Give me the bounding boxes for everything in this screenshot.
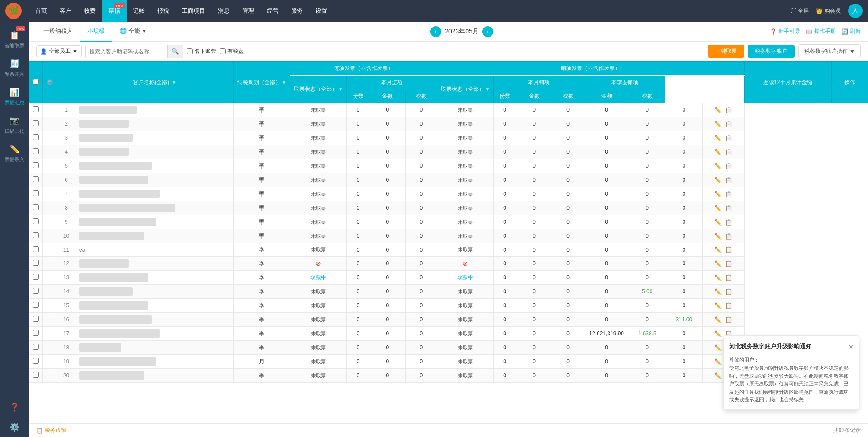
prev-month-btn[interactable]: ‹ — [430, 26, 441, 37]
sidebar-item-invoice-open[interactable]: 🧾 发票开具 — [0, 54, 29, 82]
one-click-ticket-btn[interactable]: 一键取票 — [708, 45, 744, 58]
sidebar-item-help[interactable]: ❓ — [0, 397, 29, 417]
member-btn[interactable]: 👑 购会员 — [816, 7, 841, 15]
copy-icon[interactable]: 📋 — [725, 233, 732, 240]
copy-icon[interactable]: 📋 — [725, 260, 732, 267]
copy-icon[interactable]: 📋 — [725, 288, 732, 295]
digital-account-ops-btn[interactable]: 税务数字账户操作 ▼ — [798, 44, 861, 58]
copy-icon[interactable]: 📋 — [725, 149, 732, 155]
edit-icon[interactable]: ✏️ — [714, 260, 722, 267]
manual-btn[interactable]: 📖 操作手册 — [806, 28, 836, 35]
td-checkbox[interactable] — [29, 131, 43, 145]
td-checkbox[interactable] — [29, 187, 43, 201]
edit-icon[interactable]: ✏️ — [714, 205, 722, 211]
copy-icon[interactable]: 📋 — [725, 274, 732, 281]
row-checkbox[interactable] — [33, 330, 39, 336]
copy-icon[interactable]: 📋 — [725, 246, 732, 253]
row-checkbox[interactable] — [33, 246, 39, 252]
copy-icon[interactable]: 📋 — [725, 219, 732, 226]
edit-icon[interactable]: ✏️ — [714, 177, 722, 183]
row-checkbox[interactable] — [33, 274, 39, 280]
nav-message[interactable]: 消息 — [212, 0, 236, 22]
td-checkbox[interactable] — [29, 341, 43, 355]
td-checkbox[interactable] — [29, 355, 43, 369]
td-checkbox[interactable] — [29, 145, 43, 159]
search-button[interactable]: 🔍 — [167, 45, 183, 58]
avatar[interactable]: 人 — [848, 4, 863, 18]
row-checkbox[interactable] — [33, 148, 39, 154]
row-checkbox[interactable] — [33, 358, 39, 364]
checkbox-down[interactable] — [187, 48, 193, 54]
edit-icon[interactable]: ✏️ — [714, 149, 722, 155]
edit-icon[interactable]: ✏️ — [714, 233, 722, 240]
nav-settings[interactable]: 设置 — [309, 0, 334, 22]
th-tax-period[interactable]: 纳税周期（全部）▼ — [234, 62, 290, 103]
nav-business[interactable]: 工商项目 — [175, 0, 212, 22]
td-checkbox[interactable] — [29, 327, 43, 341]
edit-icon[interactable]: ✏️ — [714, 121, 722, 127]
sidebar-item-smart-ticket[interactable]: 📋 智能取票 new — [0, 25, 29, 54]
row-checkbox[interactable] — [33, 204, 39, 210]
copy-icon[interactable]: 📋 — [725, 205, 732, 211]
nav-fee[interactable]: 收费 — [78, 0, 102, 22]
new-guide-btn[interactable]: ❓ 新手引导 — [770, 28, 800, 35]
td-checkbox[interactable] — [29, 299, 43, 313]
th-out-status[interactable]: 取票状态（全部）▼ — [437, 75, 494, 103]
edit-icon[interactable]: ✏️ — [714, 191, 722, 197]
digital-account-btn[interactable]: 税务数字账户 — [748, 45, 795, 58]
edit-icon[interactable]: ✏️ — [714, 344, 722, 351]
row-checkbox[interactable] — [33, 344, 39, 350]
th-settings[interactable]: ⚙️ — [43, 62, 57, 103]
nav-operation[interactable]: 经营 — [260, 0, 285, 22]
td-checkbox[interactable] — [29, 369, 43, 383]
nav-customer[interactable]: 客户 — [53, 0, 78, 22]
tab-all-capable[interactable]: 🌐 全能 ▼ — [112, 22, 154, 42]
td-checkbox[interactable] — [29, 103, 43, 117]
th-in-status[interactable]: 取票状态（全部）▼ — [290, 75, 347, 103]
employee-select[interactable]: 👤 全部员工 ▼ — [36, 45, 82, 57]
edit-icon[interactable]: ✏️ — [714, 274, 722, 281]
copy-icon[interactable]: 📋 — [725, 177, 732, 183]
td-checkbox[interactable] — [29, 117, 43, 131]
edit-icon[interactable]: ✏️ — [714, 372, 722, 379]
td-checkbox[interactable] — [29, 243, 43, 257]
tab-general-taxpayer[interactable]: 一般纳税人 — [36, 22, 80, 42]
row-checkbox[interactable] — [33, 134, 39, 140]
th-checkbox[interactable] — [29, 62, 43, 103]
row-checkbox[interactable] — [33, 288, 39, 294]
edit-icon[interactable]: ✏️ — [714, 288, 722, 295]
sidebar-item-scan-upload[interactable]: 📷 扫描上传 — [0, 111, 29, 139]
td-checkbox[interactable] — [29, 229, 43, 243]
tax-policy-btn[interactable]: 📋 税务政策 — [36, 427, 66, 434]
refresh-btn[interactable]: 🔄 刷新 — [841, 28, 861, 35]
edit-icon[interactable]: ✏️ — [714, 107, 722, 113]
copy-icon[interactable]: 📋 — [725, 316, 732, 323]
row-checkbox[interactable] — [33, 120, 39, 126]
row-checkbox[interactable] — [33, 162, 39, 168]
row-checkbox[interactable] — [33, 232, 39, 238]
copy-icon[interactable]: 📋 — [725, 121, 732, 127]
fullscreen-btn[interactable]: ⛶ 全屏 — [791, 7, 809, 15]
edit-icon[interactable]: ✏️ — [714, 358, 722, 365]
td-checkbox[interactable] — [29, 313, 43, 327]
edit-icon[interactable]: ✏️ — [714, 316, 722, 323]
checkbox-tax-label[interactable]: 有税盘 — [220, 47, 244, 55]
td-checkbox[interactable] — [29, 159, 43, 173]
edit-icon[interactable]: ✏️ — [714, 302, 722, 309]
nav-invoice[interactable]: 票据 new — [102, 0, 127, 22]
edit-icon[interactable]: ✏️ — [714, 330, 722, 337]
select-all-checkbox[interactable] — [33, 79, 39, 85]
td-checkbox[interactable] — [29, 271, 43, 285]
sidebar-item-ticket-entry[interactable]: ✏️ 票据录入 — [0, 139, 29, 168]
next-month-btn[interactable]: › — [482, 26, 493, 37]
nav-manage[interactable]: 管理 — [236, 0, 260, 22]
edit-icon[interactable]: ✏️ — [714, 163, 722, 169]
nav-service[interactable]: 服务 — [285, 0, 309, 22]
edit-icon[interactable]: ✏️ — [714, 246, 722, 253]
copy-icon[interactable]: 📋 — [725, 191, 732, 197]
copy-icon[interactable]: 📋 — [725, 135, 732, 141]
td-checkbox[interactable] — [29, 201, 43, 215]
edit-icon[interactable]: ✏️ — [714, 135, 722, 141]
copy-icon[interactable]: 📋 — [725, 107, 732, 113]
row-checkbox[interactable] — [33, 372, 39, 378]
